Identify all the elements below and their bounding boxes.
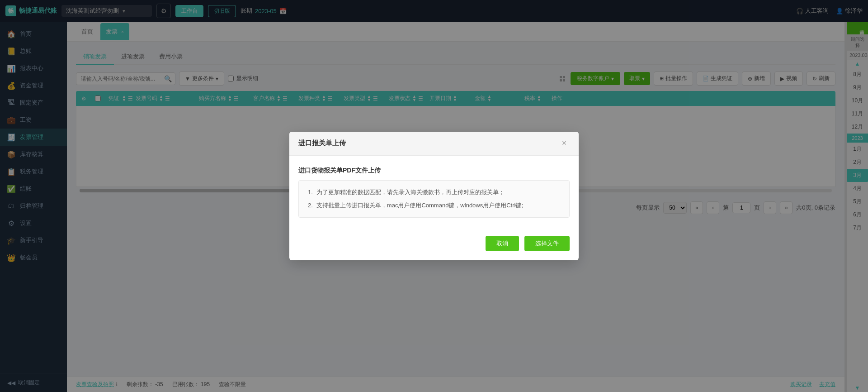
dialog-close-btn[interactable]: × — [559, 138, 570, 149]
dialog-body: 进口货物报关单PDF文件上传 1. 为了更加精准的数据匹配，请先录入海关缴款书，… — [289, 156, 579, 229]
dialog-info-item-1: 1. 为了更加精准的数据匹配，请先录入海关缴款书，再上传对应的报关单； — [308, 188, 560, 197]
dialog-section-title: 进口货物报关单PDF文件上传 — [298, 167, 570, 175]
import-customs-dialog: 进口报关单上传 × 进口货物报关单PDF文件上传 1. 为了更加精准的数据匹配，… — [289, 132, 579, 261]
dialog-info-box: 1. 为了更加精准的数据匹配，请先录入海关缴款书，再上传对应的报关单； 2. 支… — [298, 180, 570, 218]
dialog-title: 进口报关单上传 — [298, 139, 346, 148]
dialog-info-item-2: 2. 支持批量上传进口报关单，mac用户使用Command键，windows用户… — [308, 201, 560, 210]
dialog-footer: 取消 选择文件 — [289, 229, 579, 260]
cancel-btn[interactable]: 取消 — [486, 236, 519, 251]
dialog-header: 进口报关单上传 × — [289, 132, 579, 156]
modal-overlay: 进口报关单上传 × 进口货物报关单PDF文件上传 1. 为了更加精准的数据匹配，… — [0, 0, 868, 392]
select-file-btn[interactable]: 选择文件 — [524, 236, 570, 251]
